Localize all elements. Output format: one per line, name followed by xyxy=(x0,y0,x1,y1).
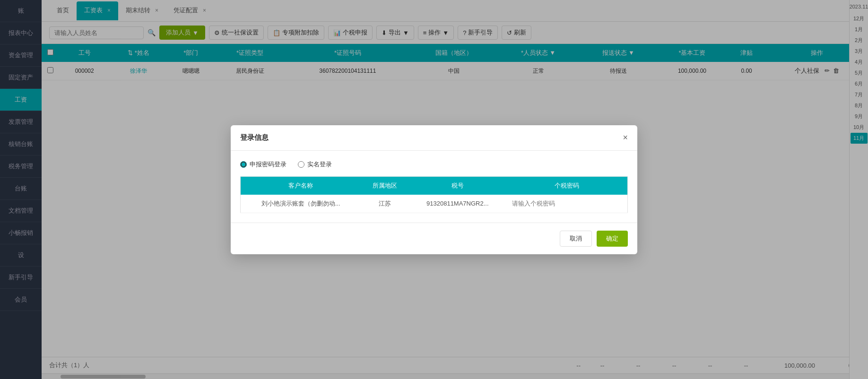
col-client-name: 客户名称 xyxy=(241,176,361,195)
login-type-radio-group: 申报密码登录 实名登录 xyxy=(240,160,628,169)
col-tax-password: 个税密码 xyxy=(506,176,627,195)
client-row: 刘小艳演示账套（勿删勿动... 江苏 91320811MA7NGR2... xyxy=(241,195,628,213)
cancel-button[interactable]: 取消 xyxy=(560,231,592,247)
tax-password-input[interactable] xyxy=(512,200,622,207)
radio-password-input[interactable] xyxy=(240,161,247,168)
modal-overlay: 登录信息 × 申报密码登录 实名登录 客户名称 所属 xyxy=(0,0,868,379)
modal-close-button[interactable]: × xyxy=(623,133,628,143)
client-tax-password-cell[interactable] xyxy=(506,195,627,213)
client-region: 江苏 xyxy=(361,195,408,213)
modal-body: 申报密码登录 实名登录 客户名称 所属地区 税号 个税密码 xyxy=(231,151,637,223)
modal-footer: 取消 确定 xyxy=(231,223,637,254)
modal-title: 登录信息 xyxy=(240,133,269,142)
col-tax-no: 税号 xyxy=(408,176,506,195)
client-name: 刘小艳演示账套（勿删勿动... xyxy=(241,195,361,213)
modal-header: 登录信息 × xyxy=(231,125,637,151)
radio-realname-login[interactable]: 实名登录 xyxy=(298,160,332,169)
client-table: 客户名称 所属地区 税号 个税密码 刘小艳演示账套（勿删勿动... 江苏 913… xyxy=(240,176,628,213)
radio-password-login[interactable]: 申报密码登录 xyxy=(240,160,286,169)
login-info-modal: 登录信息 × 申报密码登录 实名登录 客户名称 所属 xyxy=(231,125,637,254)
col-region: 所属地区 xyxy=(361,176,408,195)
client-tax-no: 91320811MA7NGR2... xyxy=(408,195,506,213)
radio-realname-input[interactable] xyxy=(298,161,304,168)
confirm-button[interactable]: 确定 xyxy=(597,231,628,247)
